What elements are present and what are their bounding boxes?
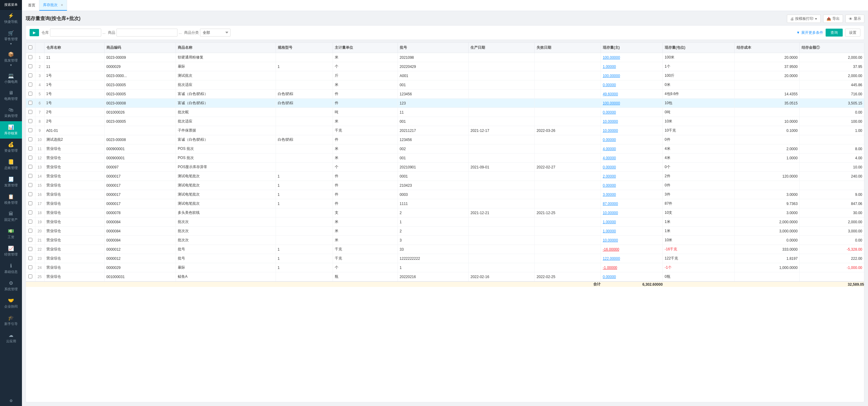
sidebar-item-system[interactable]: ⚙ 系统管理 [0, 277, 22, 295]
sidebar-item-guide[interactable]: 🎓 新手引导 [0, 312, 22, 329]
select-all-checkbox[interactable] [28, 45, 32, 49]
row-qty-main[interactable]: 10.00000 [600, 208, 662, 217]
row-qty-main[interactable]: 3.00000 [600, 190, 662, 199]
sidebar-item-cloud[interactable]: ☁ 云应用 [0, 329, 22, 347]
row-checkbox-cell[interactable] [26, 62, 35, 71]
row-qty-main[interactable]: 10.00000 [600, 117, 662, 126]
row-checkbox-cell[interactable] [26, 80, 35, 90]
row-checkbox-cell[interactable] [26, 208, 35, 217]
row-checkbox-cell[interactable] [26, 272, 35, 282]
row-checkbox-cell[interactable] [26, 108, 35, 117]
row-qty-main[interactable]: -1.00000 [600, 263, 662, 272]
export-button[interactable]: 📤 导出 [823, 14, 843, 23]
row-checkbox-cell[interactable] [26, 190, 35, 199]
product-input[interactable] [117, 29, 178, 37]
sidebar-item-quicknav[interactable]: ⚡ 快捷导航 [0, 10, 22, 27]
row-checkbox[interactable] [28, 229, 32, 233]
row-qty-main[interactable]: 87.00000 [600, 199, 662, 208]
row-qty-main[interactable]: 122.00000 [600, 254, 662, 263]
row-checkbox[interactable] [28, 274, 32, 278]
row-checkbox-cell[interactable] [26, 71, 35, 80]
sidebar-item-salary[interactable]: 💵 工资 [0, 225, 22, 242]
category-select[interactable]: 全部 原材料 成品 半成品 [200, 29, 230, 37]
set-button[interactable]: 设置 [845, 29, 860, 37]
expand-conditions-button[interactable]: ▼ 展开更多条件 [796, 30, 823, 35]
row-qty-main[interactable]: 10.00000 [600, 126, 662, 135]
sidebar-item-retail[interactable]: 🛒 零售管理 ▼ [0, 27, 22, 48]
display-button[interactable]: 👁 显示 [845, 14, 864, 23]
row-qty-main[interactable]: 0.00000 [600, 181, 662, 190]
sidebar-item-finance[interactable]: 💰 资金管理 [0, 139, 22, 156]
row-checkbox-cell[interactable] [26, 53, 35, 62]
row-qty-main[interactable]: 4.00000 [600, 144, 662, 154]
sidebar-item-inventory[interactable]: 📊 库存核算 [0, 121, 22, 139]
row-qty-main[interactable]: 4.00000 [600, 154, 662, 163]
row-checkbox[interactable] [28, 165, 32, 169]
row-checkbox-cell[interactable] [26, 144, 35, 154]
row-qty-main[interactable]: 1.00000 [600, 227, 662, 236]
row-checkbox[interactable] [28, 73, 32, 77]
row-checkbox[interactable] [28, 201, 32, 205]
row-checkbox-cell[interactable] [26, 245, 35, 254]
sidebar-item-wholesale[interactable]: 📦 批发管理 ▼ [0, 48, 22, 70]
row-checkbox[interactable] [28, 156, 32, 160]
row-checkbox[interactable] [28, 265, 32, 269]
table-wrapper[interactable]: 仓库名称 商品编码 商品名称 规格型号 主计量单位 批号 生产日期 失效日期 现… [26, 42, 864, 402]
sidebar-logo[interactable]: 搜索菜单 [0, 0, 22, 10]
row-checkbox-cell[interactable] [26, 199, 35, 208]
row-qty-main[interactable]: 0.00000 [600, 108, 662, 117]
sidebar-item-ecom[interactable]: 🖥 电商管理 [0, 87, 22, 104]
row-qty-main[interactable]: 0.00000 [600, 163, 662, 172]
row-checkbox[interactable] [28, 247, 32, 251]
row-qty-main[interactable]: 100.00000 [600, 99, 662, 108]
expand-search-button[interactable]: ▶ [30, 29, 39, 36]
row-checkbox-cell[interactable] [26, 172, 35, 181]
row-checkbox-cell[interactable] [26, 227, 35, 236]
row-checkbox-cell[interactable] [26, 254, 35, 263]
row-qty-main[interactable]: 100.00000 [600, 71, 662, 80]
sidebar-item-ledger[interactable]: 📒 总账管理 [0, 156, 22, 173]
row-checkbox-cell[interactable] [26, 154, 35, 163]
row-qty-main[interactable]: 1.00000 [600, 62, 662, 71]
tab-close-button[interactable]: ✕ [61, 3, 63, 7]
sidebar-item-tax[interactable]: 📋 税务管理 [0, 191, 22, 208]
row-checkbox[interactable] [28, 82, 32, 87]
row-qty-main[interactable]: 49.60000 [600, 90, 662, 99]
row-checkbox-cell[interactable] [26, 263, 35, 272]
row-qty-main[interactable]: 10.00000 [600, 236, 662, 245]
row-checkbox[interactable] [28, 55, 32, 59]
row-checkbox[interactable] [28, 137, 32, 141]
row-checkbox[interactable] [28, 238, 32, 242]
row-checkbox-cell[interactable] [26, 135, 35, 144]
row-checkbox[interactable] [28, 192, 32, 196]
row-qty-main[interactable]: 0.00000 [600, 272, 662, 282]
sidebar-item-ecom-small[interactable]: 💻 小脑电商 [0, 70, 22, 87]
sidebar-item-collab[interactable]: 🤝 企业协同 [0, 295, 22, 312]
row-qty-main[interactable]: 2.00000 [600, 172, 662, 181]
row-checkbox[interactable] [28, 119, 32, 123]
tab-home[interactable]: 首页 [24, 0, 39, 11]
row-checkbox[interactable] [28, 183, 32, 187]
sidebar-item-invoice[interactable]: 🧾 发票管理 [0, 173, 22, 191]
row-checkbox[interactable] [28, 64, 32, 68]
row-checkbox[interactable] [28, 110, 32, 114]
row-checkbox[interactable] [28, 210, 32, 214]
row-checkbox-cell[interactable] [26, 90, 35, 99]
row-checkbox-cell[interactable] [26, 217, 35, 227]
sidebar-settings[interactable]: ⚙ [0, 396, 22, 406]
query-button[interactable]: 查询 [826, 29, 843, 37]
row-qty-main[interactable]: 0.00000 [600, 135, 662, 144]
row-qty-main[interactable]: 100.00000 [600, 53, 662, 62]
row-qty-main[interactable]: 1.00000 [600, 217, 662, 227]
sidebar-item-assets[interactable]: 🏛 固定资产 [0, 208, 22, 225]
print-template-button[interactable]: 🖨 按模板打印 ▼ [787, 14, 821, 23]
row-checkbox[interactable] [28, 101, 32, 105]
tab-inventory-batch[interactable]: 库存批次 ✕ [39, 0, 67, 11]
row-checkbox-cell[interactable] [26, 117, 35, 126]
sidebar-item-basic[interactable]: ℹ 基础信息 [0, 260, 22, 277]
row-qty-main[interactable]: -16.00000 [600, 245, 662, 254]
sidebar-item-ops[interactable]: 📈 经营管理 [0, 242, 22, 260]
row-checkbox[interactable] [28, 146, 32, 150]
row-checkbox[interactable] [28, 128, 32, 132]
row-checkbox-cell[interactable] [26, 163, 35, 172]
